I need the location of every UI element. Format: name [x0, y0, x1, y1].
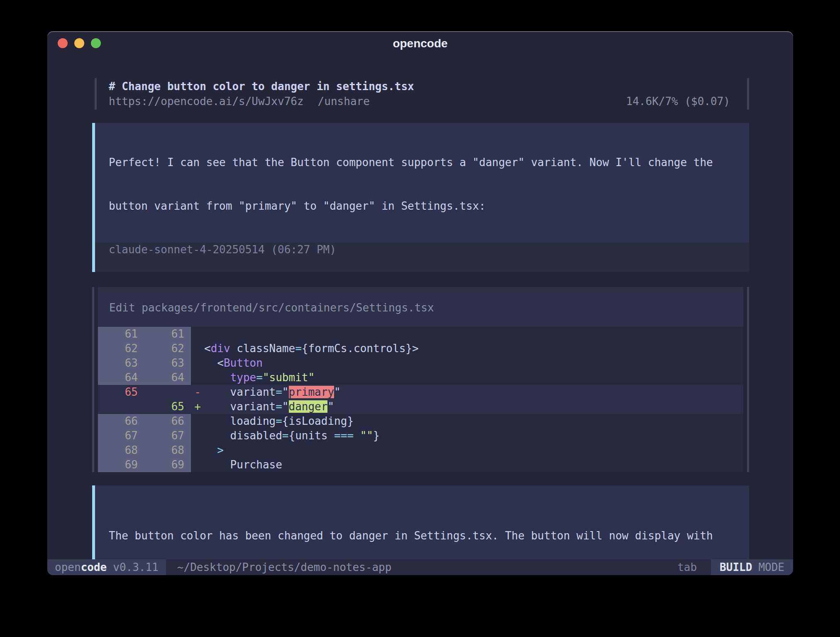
- new-line-number: 61: [144, 327, 191, 341]
- app-version-segment: opencodev0.3.11: [47, 559, 166, 575]
- assistant-message: The button color has been changed to dan…: [92, 485, 749, 559]
- diff-row: 6161: [98, 327, 743, 341]
- code-token: Purchase: [204, 458, 282, 471]
- message-line: Perfect! I can see that the Button compo…: [109, 155, 745, 170]
- new-line-number: 69: [144, 458, 191, 472]
- opencode-window: opencode # Change button color to danger…: [47, 31, 793, 575]
- code-token: ": [282, 386, 289, 398]
- diff-marker: [191, 443, 204, 458]
- edit-tool-card: Edit packages/frontend/src/containers/Se…: [92, 287, 749, 472]
- old-line-number: 64: [98, 370, 144, 385]
- code-token: ": [327, 400, 334, 413]
- old-line-number: 62: [98, 341, 144, 356]
- assistant-message-body: Perfect! I can see that the Button compo…: [95, 123, 749, 243]
- diff-row: 65+ variant="danger": [98, 399, 743, 414]
- new-line-number: [144, 385, 191, 399]
- code-token: variant: [204, 400, 276, 413]
- code-token: =: [256, 371, 263, 384]
- code-token: "submit": [263, 371, 315, 384]
- new-line-number: 67: [144, 429, 191, 443]
- code-token: >: [204, 444, 224, 456]
- old-line-number: [98, 399, 144, 414]
- diff-row: 6969 Purchase: [98, 458, 743, 472]
- header-right-rule: [747, 78, 749, 110]
- code-token: Button: [224, 357, 263, 369]
- diff-marker: [191, 458, 204, 472]
- code-token: <: [204, 357, 224, 369]
- diff-view: 6161 6262 <div className={formCs.control…: [98, 327, 743, 472]
- code-token: =: [276, 400, 282, 413]
- diff-marker: [191, 429, 204, 443]
- code-token: disabled: [204, 429, 282, 442]
- new-line-number: 65: [144, 399, 191, 414]
- diff-row: 6666 loading={isLoading}: [98, 414, 743, 429]
- token-usage: 14.6K/7% ($0.07): [626, 94, 730, 109]
- diff-marker: [191, 414, 204, 429]
- mode-suffix: MODE: [758, 561, 784, 573]
- old-line-number: 67: [98, 429, 144, 443]
- diff-marker: +: [191, 399, 204, 414]
- session-meta-row: https://opencode.ai/s/UwJxv76z /unshare …: [109, 94, 745, 109]
- app-name-open: open: [55, 561, 81, 573]
- session-title: # Change button color to danger in setti…: [109, 79, 745, 94]
- old-line-number: 68: [98, 443, 144, 458]
- code-token: ===: [334, 429, 354, 442]
- share-url-link[interactable]: https://opencode.ai/s/UwJxv76z: [109, 94, 304, 109]
- code-line: >: [204, 443, 743, 458]
- code-line: Purchase: [204, 458, 743, 472]
- code-token: ": [282, 400, 289, 413]
- working-directory: ~/Desktop/Projects/demo-notes-app: [177, 559, 392, 575]
- new-line-number: 68: [144, 443, 191, 458]
- code-line: type="submit": [204, 370, 743, 385]
- new-line-number: 63: [144, 356, 191, 370]
- screen: opencode # Change button color to danger…: [0, 0, 840, 637]
- code-line: disabled={units === ""}: [204, 429, 743, 443]
- tool-left-rule: [92, 287, 94, 472]
- code-line: loading={isLoading}: [204, 414, 743, 429]
- model-timestamp: claude-sonnet-4-20250514 (06:27 PM): [95, 243, 749, 257]
- code-line: variant="primary": [204, 385, 743, 399]
- code-token: {isLoading}: [282, 415, 354, 427]
- message-line: button variant from "primary" to "danger…: [109, 199, 745, 213]
- code-token: {units: [289, 429, 335, 442]
- old-line-number: 66: [98, 414, 144, 429]
- build-mode-toggle[interactable]: BUILDMODE: [711, 559, 793, 575]
- code-token: variant: [204, 386, 276, 398]
- code-token: {formCs.controls}>: [302, 342, 419, 355]
- app-name-code: code: [81, 561, 107, 573]
- code-token: ": [334, 386, 341, 398]
- diff-row: 6363 <Button: [98, 356, 743, 370]
- assistant-message-body: The button color has been changed to dan…: [95, 485, 749, 559]
- status-bar: opencodev0.3.11 ~/Desktop/Projects/demo-…: [47, 559, 793, 575]
- header-left-rule: [95, 78, 97, 110]
- titlebar: opencode: [47, 31, 793, 55]
- session-content: # Change button color to danger in setti…: [47, 55, 793, 559]
- code-token: =: [276, 415, 282, 427]
- code-line: <Button: [204, 356, 743, 370]
- code-token: loading: [204, 415, 276, 427]
- diff-row: 6868 >: [98, 443, 743, 458]
- code-line: <div className={formCs.controls}>: [204, 341, 743, 356]
- old-line-number: 63: [98, 356, 144, 370]
- code-token: "": [354, 429, 373, 442]
- diff-marker: [191, 341, 204, 356]
- code-token: type: [230, 371, 256, 384]
- old-line-number: 61: [98, 327, 144, 341]
- diff-row: 6464 type="submit": [98, 370, 743, 385]
- assistant-message: Perfect! I can see that the Button compo…: [92, 123, 749, 272]
- diff-row: 6262 <div className={formCs.controls}>: [98, 341, 743, 356]
- diff-row: 65- variant="primary": [98, 385, 743, 399]
- code-token: =: [282, 429, 289, 442]
- edit-tool-title: Edit packages/frontend/src/containers/Se…: [98, 287, 743, 327]
- unshare-command[interactable]: /unshare: [318, 94, 370, 109]
- old-line-number: 65: [98, 385, 144, 399]
- code-token: className: [230, 342, 295, 355]
- code-token: danger: [289, 400, 328, 413]
- code-token: <: [204, 342, 211, 355]
- diff-marker: [191, 327, 204, 341]
- tool-right-rule: [747, 287, 749, 472]
- diff-marker: [191, 356, 204, 370]
- window-title: opencode: [47, 37, 793, 50]
- new-line-number: 64: [144, 370, 191, 385]
- old-line-number: 69: [98, 458, 144, 472]
